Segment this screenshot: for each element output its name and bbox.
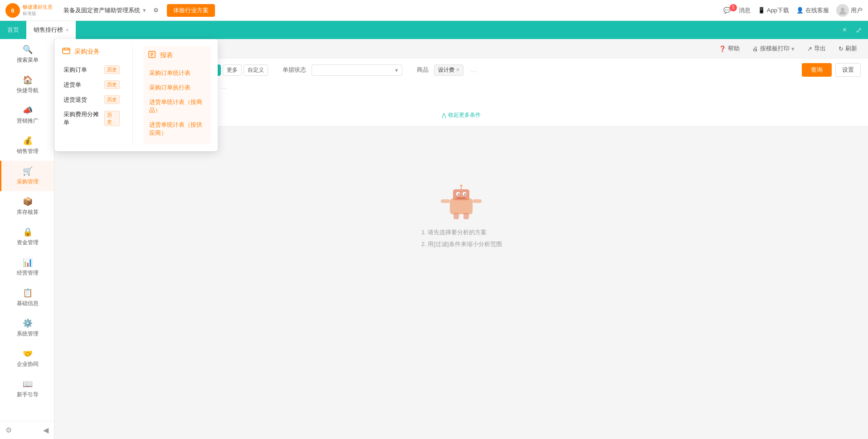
svg-point-9 xyxy=(464,193,466,195)
dropdown-item-report-3[interactable]: 进货单统计表（按供应商） xyxy=(147,118,207,140)
report-2-label: 进货单统计表（按商品） xyxy=(149,98,205,114)
svg-rect-17 xyxy=(63,48,70,54)
guide-icon: 📖 xyxy=(23,379,33,389)
sidebar-bottom: ⚙ ◀ xyxy=(0,421,54,439)
message-badge: 5 xyxy=(730,4,737,11)
system-title-text: 装备及固定资产辅助管理系统 xyxy=(63,6,140,15)
svg-rect-14 xyxy=(463,213,469,219)
dropdown-item-purchase-return[interactable]: 进货退货 历史 xyxy=(62,92,122,107)
purchase-order-label: 采购订单 xyxy=(63,66,87,74)
dropdown-item-purchase-order[interactable]: 采购订单 历史 xyxy=(62,62,122,77)
sidebar-item-quick-nav[interactable]: 🏠 快捷导航 xyxy=(0,69,54,100)
dropdown-item-report-1[interactable]: 采购订单执行表 xyxy=(147,80,207,95)
sidebar-item-guide[interactable]: 📖 新手引导 xyxy=(0,374,54,404)
tab-sales-rank-label: 销售排行榜 xyxy=(34,26,63,34)
sidebar-item-enterprise[interactable]: 🤝 企业协同 xyxy=(0,343,54,374)
empty-tips: 请先选择要分析的方案 用[过滤]条件来缩小分析范围 xyxy=(420,227,502,250)
refresh-label: 刷新 xyxy=(845,44,857,53)
dropdown-item-purchase-expense[interactable]: 采购费用分摊单 历史 xyxy=(62,107,122,130)
goods-ellipsis[interactable]: ... xyxy=(469,66,478,74)
sidebar-item-capital[interactable]: 🔒 资金管理 xyxy=(0,222,54,252)
sidebar-label-inventory: 库存核算 xyxy=(17,208,39,216)
sidebar-item-inventory[interactable]: 📦 库存核算 xyxy=(0,191,54,222)
home-icon: 🏠 xyxy=(23,75,33,85)
industry-button[interactable]: 体验行业方案 xyxy=(167,4,215,17)
refresh-button[interactable]: ↻ 刷新 xyxy=(835,43,861,54)
message-button[interactable]: 💬 5 消息 xyxy=(723,6,751,15)
help-label: 帮助 xyxy=(728,44,740,53)
tabbar-actions: × ⤢ xyxy=(840,25,868,35)
message-label: 消息 xyxy=(739,6,751,15)
tab-home[interactable]: 首页 xyxy=(0,21,26,39)
dropdown-item-purchase-in[interactable]: 进货单 历史 xyxy=(62,77,122,92)
goods-tag-remove[interactable]: × xyxy=(456,67,459,73)
sidebar-label-sales: 销售管理 xyxy=(17,148,39,155)
avatar xyxy=(836,4,849,17)
report-1-label: 采购订单执行表 xyxy=(149,84,190,92)
filter-settings-button[interactable]: 设置 xyxy=(835,63,861,77)
reports-col-icon xyxy=(147,50,156,60)
tab-close-icon[interactable]: × xyxy=(66,27,68,33)
svg-point-2 xyxy=(841,8,844,11)
sidebar-item-system[interactable]: ⚙️ 系统管理 xyxy=(0,313,54,343)
sidebar-item-purchase[interactable]: 🛒 采购管理 xyxy=(0,161,54,191)
inventory-icon: 📦 xyxy=(23,197,33,207)
report-0-label: 采购订单统计表 xyxy=(149,69,190,77)
purchase-return-label: 进货退货 xyxy=(63,96,87,104)
quick-date-more[interactable]: 更多 xyxy=(223,64,242,76)
svg-rect-12 xyxy=(473,199,482,203)
history-tag-3: 历史 xyxy=(104,111,120,126)
export-button[interactable]: ↗ 导出 xyxy=(804,43,829,54)
purchase-col-title: 采购业务 xyxy=(74,48,100,56)
collapse-up-icon: ⋀ xyxy=(442,112,446,118)
dropdown-item-report-0[interactable]: 采购订单统计表 xyxy=(147,66,207,80)
query-button[interactable]: 查询 xyxy=(802,63,832,77)
svg-rect-11 xyxy=(441,199,450,203)
topbar: 6 畅捷通好生意 标准版 装备及固定资产辅助管理系统 ▾ ⚙ 体验行业方案 💬 … xyxy=(0,0,868,21)
logo-icon: 6 xyxy=(5,3,20,18)
search-sidebar-icon: 🔍 xyxy=(23,44,33,54)
topbar-settings-icon[interactable]: ⚙ xyxy=(150,4,162,17)
marketing-icon: 📣 xyxy=(23,105,33,115)
sidebar-item-sales[interactable]: 💰 销售管理 xyxy=(0,130,54,161)
help-icon: ❓ xyxy=(719,45,726,52)
help-button[interactable]: ❓ 帮助 xyxy=(715,43,743,54)
goods-tag-value: 设计费 xyxy=(438,66,454,74)
salesperson-ellipsis[interactable]: ... xyxy=(219,83,229,91)
sidebar-settings-icon[interactable]: ⚙ xyxy=(5,426,12,434)
print-dropdown-icon[interactable]: ▾ xyxy=(791,45,795,52)
sidebar-item-operations[interactable]: 📊 经营管理 xyxy=(0,252,54,282)
tab-fullscreen-icon[interactable]: ⤢ xyxy=(853,25,864,35)
dropdown-item-report-2[interactable]: 进货单统计表（按商品） xyxy=(147,95,207,118)
dropdown-arrow-icon[interactable]: ▾ xyxy=(143,7,146,14)
report-3-label: 进货单统计表（按供应商） xyxy=(149,121,205,137)
purchase-dropdown-menu: 采购业务 采购订单 历史 进货单 历史 进货退货 历史 采购费用分摊单 历史 报… xyxy=(54,39,218,151)
logo-text: 畅捷通好生意 xyxy=(23,4,53,10)
print-label: 按模板打印 xyxy=(760,44,790,53)
sidebar-label-purchase: 采购管理 xyxy=(17,178,39,186)
sidebar-item-search[interactable]: 🔍 搜索菜单 xyxy=(0,39,54,69)
logo-sub: 标准版 xyxy=(23,10,53,17)
tab-close-all-icon[interactable]: × xyxy=(840,25,849,35)
sidebar-label-quick-nav: 快捷导航 xyxy=(17,87,39,94)
sidebar-item-basic-info[interactable]: 📋 基础信息 xyxy=(0,282,54,313)
online-service-button[interactable]: 👤 在线客服 xyxy=(796,6,829,15)
tab-sales-rank[interactable]: 销售排行榜 × xyxy=(26,21,76,39)
purchase-icon: 🛒 xyxy=(23,166,33,176)
quick-date-custom[interactable]: 自定义 xyxy=(244,64,268,76)
bill-status-select[interactable]: ▾ xyxy=(312,64,402,76)
filter-toolbar-right: 查询 设置 xyxy=(802,63,861,77)
goods-tag: 设计费 × xyxy=(434,64,463,76)
purchase-in-label: 进货单 xyxy=(63,81,81,89)
sidebar-label-capital: 资金管理 xyxy=(17,239,39,247)
service-icon: 👤 xyxy=(796,7,804,14)
user-area[interactable]: 用户 xyxy=(836,4,863,17)
print-button[interactable]: 🖨 按模板打印 ▾ xyxy=(749,43,798,54)
sidebar-collapse-icon[interactable]: ◀ xyxy=(43,426,49,434)
sidebar-label-basic-info: 基础信息 xyxy=(17,300,39,307)
export-label: 导出 xyxy=(814,44,826,53)
svg-point-16 xyxy=(460,185,463,187)
sidebar-item-marketing[interactable]: 📣 营销推广 xyxy=(0,100,54,130)
app-download-button[interactable]: 📱 App下载 xyxy=(758,6,789,15)
sidebar-label-search: 搜索菜单 xyxy=(17,56,39,64)
